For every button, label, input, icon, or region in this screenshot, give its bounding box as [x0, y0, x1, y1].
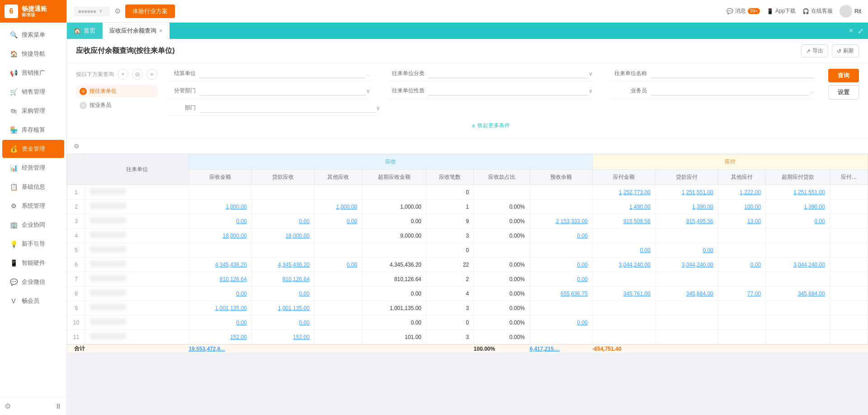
cell-value: 152.00 — [251, 330, 314, 345]
sidebar-item-quick-nav[interactable]: 🏠快捷导航 — [2, 45, 64, 63]
download-icon: 📱 — [767, 8, 774, 14]
cell-partner — [85, 200, 189, 214]
sidebar-icon-enterprise: 🏢 — [9, 220, 18, 229]
sidebar-item-inventory[interactable]: 🏪库存核算 — [2, 121, 64, 139]
sidebar-item-sales[interactable]: 🛒销售管理 — [2, 83, 64, 101]
footer-prepay: 6,417,215.... — [529, 344, 592, 353]
cell-value: 100.00 — [718, 200, 765, 214]
cell-empty — [592, 229, 655, 243]
sidebar-bottom: ⚙ ⏸ — [0, 397, 66, 415]
partner-nature-input[interactable] — [428, 86, 588, 95]
cell-value: 0.00 — [314, 258, 362, 272]
promo-button[interactable]: 体验行业方案 — [125, 5, 175, 18]
tab-home[interactable]: 🏠 首页 — [67, 23, 103, 39]
cell-value: 655,636.75 — [529, 286, 592, 301]
table-settings-bar: ⚙ — [67, 139, 868, 154]
cell-empty — [655, 315, 718, 330]
notification-item[interactable]: 💬 消息 99+ — [726, 7, 760, 15]
sidebar-item-system[interactable]: ⚙系统管理 — [2, 197, 64, 215]
sidebar-label-smart-hw: 智能硬件 — [22, 259, 45, 267]
filter-scheme-by-staff[interactable]: ⚙ 按业务员 — [76, 99, 157, 111]
cell-empty — [529, 243, 592, 258]
settlement-input[interactable] — [199, 69, 365, 78]
sidebar-item-basic-info[interactable]: 📋基础信息 — [2, 178, 64, 196]
sidebar-item-smart-hw[interactable]: 📱智能硬件 — [2, 254, 64, 272]
data-table: 往来单位 应收 应付 应收金额 贷款应收 其他应收 超期应收金额 应收笔数 应收… — [67, 154, 868, 353]
settings-icon[interactable]: ⚙ — [5, 402, 11, 410]
sidebar-item-purchase[interactable]: 🛍采购管理 — [2, 102, 64, 120]
partner-cat-input[interactable] — [428, 69, 588, 78]
sidebar-item-vip[interactable]: V畅会员 — [2, 292, 64, 310]
table-scroll[interactable]: 往来单位 应收 应付 应收金额 贷款应收 其他应收 超期应收金额 应收笔数 应收… — [67, 154, 868, 353]
dept-input[interactable] — [199, 86, 366, 95]
support-item[interactable]: 🎧 在线客服 — [802, 7, 833, 15]
cell-value: 1,000.00 — [314, 200, 362, 214]
cell-value: 2,153,333.00 — [529, 214, 592, 229]
partner-name-input[interactable] — [651, 69, 815, 78]
cell-empty — [529, 301, 592, 315]
sidebar-item-finance[interactable]: 💰资金管理 — [2, 140, 64, 158]
cell-value: 0.00% — [474, 214, 530, 229]
cell-value: 4,345,436.20 — [362, 258, 426, 272]
more-filter-icon[interactable]: « — [146, 69, 157, 80]
sidebar-label-operation: 经营管理 — [22, 164, 45, 172]
topbar-settings-icon[interactable]: ⚙ — [114, 7, 121, 15]
filter-field-settlement: 结算单位 ... — [166, 69, 370, 81]
settlement-dots: ... — [365, 70, 371, 77]
sidebar: 6 畅捷通账 标准版 🔍搜索菜单🏠快捷导航📢营销推广🛒销售管理🛍采购管理🏪库存核… — [0, 0, 67, 415]
cell-value: 345,684.00 — [655, 286, 718, 301]
sidebar-icon-operation: 📊 — [9, 163, 18, 172]
cell-empty — [592, 330, 655, 345]
sidebar-icon-marketing: 📢 — [9, 68, 18, 77]
sidebar-item-enterprise[interactable]: 🏢企业协同 — [2, 216, 64, 234]
sidebar-item-wechat[interactable]: 💬企业微信 — [2, 273, 64, 291]
filter-scheme-by-partner[interactable]: ⚙ 按往来单位 — [76, 85, 157, 97]
tabbar-close-icon[interactable]: × — [849, 27, 853, 35]
table-row: 7 810,126.64 810,126.64 810,126.64 2 0.0… — [67, 272, 868, 286]
cell-empty — [655, 229, 718, 243]
partner-nature-label: 往来单位性质 — [388, 87, 425, 95]
add-filter-icon[interactable]: + — [118, 69, 128, 80]
sidebar-item-marketing[interactable]: 📢营销推广 — [2, 64, 64, 82]
sidebar-item-guide[interactable]: 💡新手引导 — [2, 235, 64, 253]
cell-value: 77.00 — [718, 286, 765, 301]
user-profile[interactable]: Rit — [840, 5, 861, 18]
app-download-item[interactable]: 📱 App下载 — [767, 7, 796, 15]
sidebar-icon-inventory: 🏪 — [9, 125, 18, 134]
sidebar-item-search-menu[interactable]: 🔍搜索菜单 — [2, 26, 64, 44]
footer-overdue-ap — [766, 344, 830, 353]
footer-ar-count — [426, 344, 474, 353]
collapse-btn[interactable]: ∧ 收起更多条件 — [166, 118, 815, 133]
tabbar-expand-icon[interactable]: ⤢ — [858, 27, 863, 35]
edit-filter-icon[interactable]: ◎ — [132, 69, 143, 80]
th-partner: 往来单位 — [85, 154, 189, 185]
sidebar-item-operation[interactable]: 📊经营管理 — [2, 159, 64, 177]
settings-button[interactable]: 设置 — [828, 85, 859, 100]
footer-ap-amount: -654,751.40 — [592, 344, 655, 353]
cell-empty — [718, 301, 765, 315]
cell-partner — [85, 272, 189, 286]
cell-no: 1 — [67, 185, 85, 200]
refresh-button[interactable]: ↺ 刷新 — [832, 44, 859, 57]
department-input[interactable] — [199, 103, 376, 113]
salesperson-label: 业务员 — [611, 87, 647, 95]
table-settings-icon[interactable]: ⚙ — [74, 143, 80, 150]
cell-no: 9 — [67, 301, 85, 315]
tab-ar-ap[interactable]: 应收应付余额查询 × — [103, 23, 170, 39]
export-button[interactable]: ↗ 导出 — [801, 44, 828, 57]
partner-cat-arrow: ∨ — [589, 71, 593, 77]
cell-empty — [830, 243, 868, 258]
cell-value: 4,345,436.20 — [251, 258, 314, 272]
cell-empty — [362, 243, 426, 258]
collapse-icon[interactable]: ⏸ — [55, 402, 62, 410]
cell-value: 152.00 — [189, 330, 251, 345]
footer-other-ap — [718, 344, 765, 353]
tabbar: 🏠 首页 应收应付余额查询 × × ⤢ — [67, 23, 868, 39]
query-button[interactable]: 查询 — [828, 69, 859, 82]
footer-row: 合计 19,553,472,6... 100.00% 6,417,215....… — [67, 344, 868, 353]
cell-value: 0.00 — [251, 286, 314, 301]
sidebar-icon-quick-nav: 🏠 — [9, 49, 18, 58]
sidebar-icon-basic-info: 📋 — [9, 182, 18, 191]
salesperson-input[interactable] — [651, 86, 810, 95]
tab-close-icon[interactable]: × — [159, 28, 162, 34]
